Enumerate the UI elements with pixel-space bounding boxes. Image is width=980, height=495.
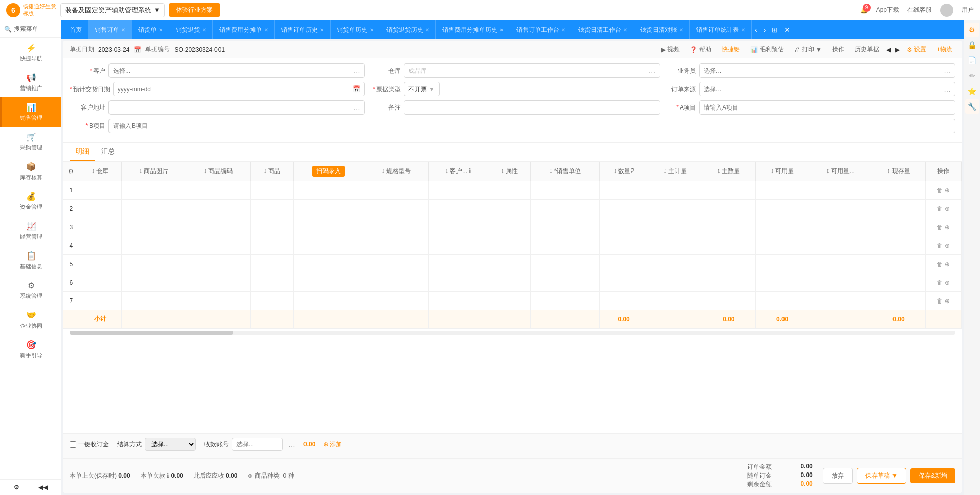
col-customer-info[interactable]: ↕ 客户... ℹ xyxy=(429,162,488,181)
sidebar-item-operations[interactable]: 📈 经营管理 xyxy=(0,216,61,246)
add-button[interactable]: ⊕ 添加 xyxy=(323,440,342,449)
draft-button[interactable]: 保存草稿 ▼ xyxy=(857,468,906,484)
setting-btn[interactable]: ⚙ 设置 xyxy=(904,44,929,55)
tab-close-sales-order[interactable]: ✕ xyxy=(121,27,125,33)
order-source-input-field[interactable] xyxy=(704,85,942,93)
staff-input[interactable]: … xyxy=(699,63,955,78)
tab-expand-button[interactable]: ⊞ xyxy=(769,24,781,36)
customer-input-field[interactable] xyxy=(113,67,351,74)
tab-next-button[interactable]: › xyxy=(760,24,769,36)
warehouse-input-field[interactable] xyxy=(408,67,646,74)
tab-close-expense-history[interactable]: ✕ xyxy=(499,27,504,33)
tab-order-workbench[interactable]: 销售订单工作台 ✕ xyxy=(510,20,572,39)
tab-close-daily-reconcile[interactable]: ✕ xyxy=(679,27,683,33)
row-copy-icon[interactable]: ⊕ xyxy=(945,261,950,268)
user-avatar[interactable] xyxy=(940,4,953,17)
tab-close-daily-workbench[interactable]: ✕ xyxy=(623,27,627,33)
customer-input[interactable]: … xyxy=(108,63,365,78)
row-copy-icon[interactable]: ⊕ xyxy=(945,279,950,286)
col-available[interactable]: ↕ 可用量 xyxy=(755,162,809,181)
sidebar-item-guide[interactable]: 🎯 新手引导 xyxy=(0,335,61,364)
sidebar-item-finance[interactable]: 💰 资金管理 xyxy=(0,186,61,216)
tab-close-return-history[interactable]: ✕ xyxy=(425,27,429,33)
history-btn[interactable]: 历史单据 xyxy=(852,44,882,55)
tab-sales-order-history[interactable]: 销售订单历史 ✕ xyxy=(275,20,331,39)
calendar-delivery-icon[interactable]: 📅 xyxy=(353,85,360,93)
addon-btn[interactable]: +物流 xyxy=(933,44,955,55)
row-copy-icon[interactable]: ⊕ xyxy=(945,187,950,194)
right-icon-document[interactable]: 📄 xyxy=(965,53,979,68)
col-available2[interactable]: ↕ 可用量... xyxy=(809,162,872,181)
tab-close-all-button[interactable]: ✕ xyxy=(781,24,793,36)
calendar-icon[interactable]: 📅 xyxy=(134,46,141,53)
tab-expense-history[interactable]: 销售费用分摊单历史 ✕ xyxy=(436,20,510,39)
tab-home[interactable]: 首页 xyxy=(63,20,89,39)
col-qty2[interactable]: ↕ 数量2 xyxy=(600,162,648,181)
col-unit[interactable]: ↕ *销售单位 xyxy=(531,162,600,181)
row-copy-icon[interactable]: ⊕ xyxy=(945,205,950,212)
col-main-qty[interactable]: ↕ 主数量 xyxy=(702,162,755,181)
sidebar-item-cooperation[interactable]: 🤝 企业协同 xyxy=(0,305,61,335)
tab-sales-order[interactable]: 销售订单 ✕ xyxy=(89,20,132,39)
a-project-input-field[interactable] xyxy=(704,104,951,111)
scan-button[interactable]: 扫码录入 xyxy=(312,166,345,177)
tab-prev-button[interactable]: ‹ xyxy=(752,24,760,36)
account-more-icon[interactable]: … xyxy=(288,440,295,448)
profit-btn[interactable]: 📊 毛利预估 xyxy=(747,44,787,55)
col-current[interactable]: ↕ 现存量 xyxy=(872,162,926,181)
discard-button[interactable]: 放弃 xyxy=(823,468,853,484)
col-main-unit[interactable]: ↕ 主计量 xyxy=(648,162,702,181)
staff-more-icon[interactable]: … xyxy=(944,67,951,75)
tab-sales-stats[interactable]: 销售订单统计表 ✕ xyxy=(690,20,752,39)
nav-next-icon[interactable]: ▶ xyxy=(895,46,900,53)
a-project-input[interactable] xyxy=(699,100,955,115)
address-input-field[interactable] xyxy=(113,104,351,111)
order-source-more-icon[interactable]: … xyxy=(944,85,951,93)
col-code[interactable]: ↕ 商品编码 xyxy=(186,162,251,181)
action-btn[interactable]: 操作 xyxy=(829,44,847,55)
sidebar-collapse-icon[interactable]: ◀◀ xyxy=(38,484,48,491)
tab-close-sales-order-history[interactable]: ✕ xyxy=(320,27,324,33)
sidebar-item-system[interactable]: ⚙ 系统管理 xyxy=(0,275,61,305)
tab-summary[interactable]: 汇总 xyxy=(95,143,121,161)
right-icon-scan[interactable]: 🔧 xyxy=(965,99,979,114)
col-image[interactable]: ↕ 商品图片 xyxy=(121,162,186,181)
right-icon-star[interactable]: ⭐ xyxy=(965,84,979,98)
online-service-link[interactable]: 在线客服 xyxy=(907,6,932,14)
tab-daily-reconcile[interactable]: 钱货日清对账 ✕ xyxy=(634,20,690,39)
tab-detail[interactable]: 明细 xyxy=(70,143,95,161)
notes-input[interactable] xyxy=(404,100,660,115)
sidebar-item-marketing[interactable]: 📢 营销推广 xyxy=(0,68,61,97)
notes-input-field[interactable] xyxy=(408,104,656,111)
row-copy-icon[interactable]: ⊕ xyxy=(945,297,950,305)
payment-method-select[interactable]: 选择... xyxy=(145,438,196,451)
sidebar-search[interactable]: 🔍 搜索菜单 xyxy=(0,20,61,38)
delivery-input-field[interactable] xyxy=(118,85,353,93)
tab-sales-expense[interactable]: 销售费用分摊单 ✕ xyxy=(213,20,275,39)
horizontal-scrollbar[interactable] xyxy=(70,331,955,335)
row-delete-icon[interactable]: 🗑 xyxy=(937,279,943,286)
col-product[interactable]: ↕ 商品 xyxy=(251,162,293,181)
sidebar-item-sales[interactable]: 📊 销售管理 xyxy=(0,97,61,127)
row-copy-icon[interactable]: ⊕ xyxy=(945,242,950,249)
shortcut-btn[interactable]: 快捷键 xyxy=(718,44,743,55)
row-delete-icon[interactable]: 🗑 xyxy=(937,242,943,249)
right-icon-settings[interactable]: ⚙ xyxy=(965,23,979,37)
app-download-link[interactable]: App下载 xyxy=(876,6,899,14)
tab-sales-slip[interactable]: 销货单 ✕ xyxy=(132,20,169,39)
quick-order-checkbox[interactable]: 一键收订金 xyxy=(70,440,109,449)
warehouse-more-icon[interactable]: … xyxy=(648,67,656,75)
invoice-select[interactable]: 不开票 ▼ xyxy=(404,82,440,96)
row-delete-icon[interactable]: 🗑 xyxy=(937,187,943,194)
tab-close-order-workbench[interactable]: ✕ xyxy=(561,27,565,33)
warehouse-input[interactable]: … xyxy=(404,63,660,78)
right-icon-lock[interactable]: 🔒 xyxy=(965,38,979,52)
save-button[interactable]: 保存&新增 xyxy=(910,468,955,483)
right-icon-edit[interactable]: ✏ xyxy=(965,69,979,83)
address-input[interactable]: … xyxy=(108,100,365,115)
settings-icon[interactable]: ⚙ xyxy=(14,484,19,491)
col-spec[interactable]: ↕ 规格型号 xyxy=(364,162,428,181)
b-project-input[interactable] xyxy=(108,119,955,133)
print-btn[interactable]: 🖨 打印 ▼ xyxy=(791,44,825,55)
row-delete-icon[interactable]: 🗑 xyxy=(937,205,943,212)
